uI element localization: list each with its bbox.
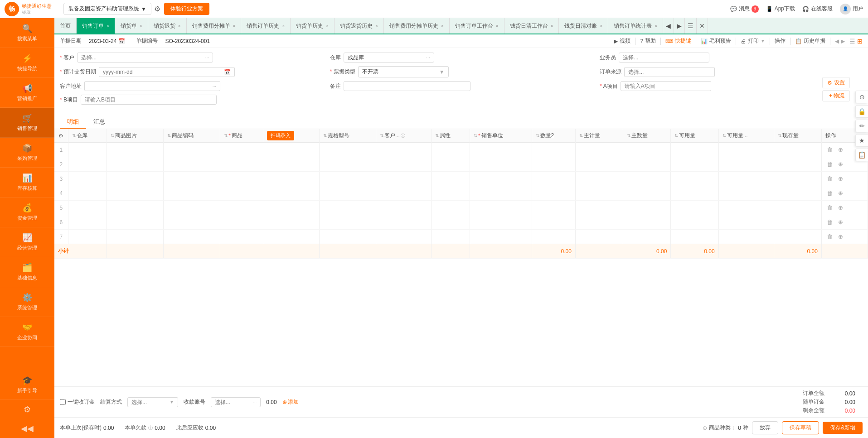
tab-close-all-btn[interactable]: ✕ <box>697 18 708 34</box>
tab-sales-order[interactable]: 销售订单 × <box>77 18 115 34</box>
profit-forecast-btn[interactable]: 📊 毛利预告 <box>701 37 731 45</box>
row-2-quantity2[interactable] <box>532 157 575 172</box>
row-6-main-unit[interactable] <box>575 215 623 230</box>
row-7-product[interactable] <box>220 230 264 244</box>
row-7-quantity2[interactable] <box>532 230 575 244</box>
tab-cash-daily-workbench[interactable]: 钱货日清工作台 × <box>504 18 559 34</box>
warehouse-expand-icon[interactable]: ··· <box>426 55 430 60</box>
row-1-spec[interactable] <box>319 143 376 157</box>
row-4-warehouse[interactable] <box>68 186 107 201</box>
messages-icon-area[interactable]: 💬 消息 9 <box>730 5 759 13</box>
right-panel-btn-4[interactable]: ★ <box>855 134 868 147</box>
row-1-attribute[interactable] <box>431 143 470 157</box>
row-4-product-image[interactable] <box>107 186 163 201</box>
a-project-input[interactable] <box>625 83 707 89</box>
tab-sales-order-history[interactable]: 销售订单历史 × <box>241 18 291 34</box>
row-4-available[interactable] <box>671 186 718 201</box>
row-6-customer-code[interactable] <box>376 215 431 230</box>
row-4-delete-btn[interactable]: 🗑 <box>825 189 834 198</box>
row-5-warehouse[interactable] <box>68 201 107 215</box>
warehouse-input[interactable] <box>348 54 425 61</box>
row-2-current-stock[interactable] <box>774 157 821 172</box>
discard-button[interactable]: 放弃 <box>752 421 778 434</box>
row-5-customer-code[interactable] <box>376 201 431 215</box>
row-1-unit[interactable] <box>470 143 532 157</box>
save-draft-button[interactable]: 保存草稿 <box>782 421 819 434</box>
row-3-available[interactable] <box>671 172 718 186</box>
row-5-delete-btn[interactable]: 🗑 <box>825 203 834 212</box>
customer-field[interactable]: ··· <box>77 53 213 63</box>
th-spec[interactable]: ⇅ 规格型号 <box>319 129 376 143</box>
shortcut-btn[interactable]: ⌨ 快捷键 <box>665 37 691 45</box>
sidebar-item-purchase[interactable]: 📦 采购管理 <box>0 138 54 168</box>
th-available2[interactable]: ⇅ 可用量... <box>718 129 774 143</box>
tab-sales-return-history-close[interactable]: × <box>326 24 329 29</box>
row-7-main-unit[interactable] <box>575 230 623 244</box>
remarks-field[interactable] <box>344 81 470 91</box>
row-4-available2[interactable] <box>718 186 774 201</box>
row-4-unit[interactable] <box>470 186 532 201</box>
row-4-copy-btn[interactable]: ⊕ <box>836 189 845 198</box>
row-2-delete-btn[interactable]: 🗑 <box>825 160 834 169</box>
th-product-code[interactable]: ⇅ 商品编码 <box>164 129 220 143</box>
delivery-date-field[interactable]: 📅 <box>99 67 235 77</box>
app-download-btn[interactable]: 📱 App下载 <box>766 5 795 13</box>
payment-method-input[interactable] <box>131 399 168 405</box>
row-6-main-quantity[interactable] <box>623 215 671 230</box>
remarks-input[interactable] <box>348 83 466 89</box>
row-6-product-code[interactable] <box>164 215 220 230</box>
invoice-type-field[interactable]: 不开票 ▼ <box>358 66 449 77</box>
row-1-quantity2[interactable] <box>532 143 575 157</box>
row-3-main-quantity[interactable] <box>623 172 671 186</box>
payment-method-field[interactable]: ▼ <box>127 397 178 407</box>
tab-cash-daily-workbench-close[interactable]: × <box>551 24 553 29</box>
sidebar-item-operations[interactable]: 📈 经营管理 <box>0 227 54 257</box>
list-view-icon[interactable]: ☰ <box>849 38 855 45</box>
operations-btn[interactable]: 操作 <box>775 37 786 45</box>
row-3-copy-btn[interactable]: ⊕ <box>836 174 845 183</box>
single-date-field[interactable]: 2023-03-24 📅 <box>89 38 125 44</box>
row-1-customer-code[interactable] <box>376 143 431 157</box>
row-7-available2[interactable] <box>718 230 774 244</box>
b-project-input[interactable] <box>85 96 213 103</box>
row-2-warehouse[interactable] <box>68 157 107 172</box>
row-5-unit[interactable] <box>470 201 532 215</box>
row-3-attribute[interactable] <box>431 172 470 186</box>
row-5-main-unit[interactable] <box>575 201 623 215</box>
view-btn[interactable]: ▶ 视频 <box>614 37 630 45</box>
sidebar-item-search[interactable]: 🔍 搜索菜单 <box>0 18 54 48</box>
sidebar-item-enterprise[interactable]: 🤝 企业协同 <box>0 317 54 347</box>
tab-next-btn[interactable]: ▶ <box>674 18 685 34</box>
row-5-product-code[interactable] <box>164 201 220 215</box>
next-record-icon[interactable]: ▶ <box>841 38 845 44</box>
customer-input[interactable] <box>81 54 204 61</box>
row-5-spec[interactable] <box>319 201 376 215</box>
row-2-product-code[interactable] <box>164 157 220 172</box>
prev-record-icon[interactable]: ◀ <box>835 38 839 44</box>
sidebar-item-system[interactable]: ⚙️ 系统管理 <box>0 287 54 317</box>
row-1-delete-btn[interactable]: 🗑 <box>825 145 834 154</box>
row-1-available2[interactable] <box>718 143 774 157</box>
row-3-product-code[interactable] <box>164 172 220 186</box>
sidebar-collapse-button[interactable]: ◀◀ <box>0 419 54 438</box>
row-1-product[interactable] <box>220 143 264 157</box>
tab-sales-order-workbench-close[interactable]: × <box>496 24 499 29</box>
row-5-available[interactable] <box>671 201 718 215</box>
row-4-quantity2[interactable] <box>532 186 575 201</box>
row-7-product-image[interactable] <box>107 230 163 244</box>
system-selector[interactable]: 装备及固定资产辅助管理系统 ▼ <box>63 3 151 15</box>
tab-sales-order-close[interactable]: × <box>107 24 109 29</box>
grid-view-icon[interactable]: ⊞ <box>857 38 863 45</box>
row-7-attribute[interactable] <box>431 230 470 244</box>
th-main-unit[interactable]: ⇅ 主计量 <box>575 129 623 143</box>
sidebar-item-inventory[interactable]: 📊 库存核算 <box>0 168 54 197</box>
row-7-customer-code[interactable] <box>376 230 431 244</box>
tab-sales-return-history[interactable]: 销货单历史 × <box>291 18 335 34</box>
sidebar-item-marketing[interactable]: 📢 营销推广 <box>0 78 54 108</box>
row-4-attribute[interactable] <box>431 186 470 201</box>
save-new-button[interactable]: 保存&新增 <box>823 422 863 434</box>
sidebar-item-basic[interactable]: 🗂️ 基础信息 <box>0 257 54 287</box>
tab-sales-refund-history[interactable]: 销货退货历史 × <box>335 18 384 34</box>
row-7-spec[interactable] <box>319 230 376 244</box>
right-panel-btn-1[interactable]: ⊙ <box>855 91 868 103</box>
